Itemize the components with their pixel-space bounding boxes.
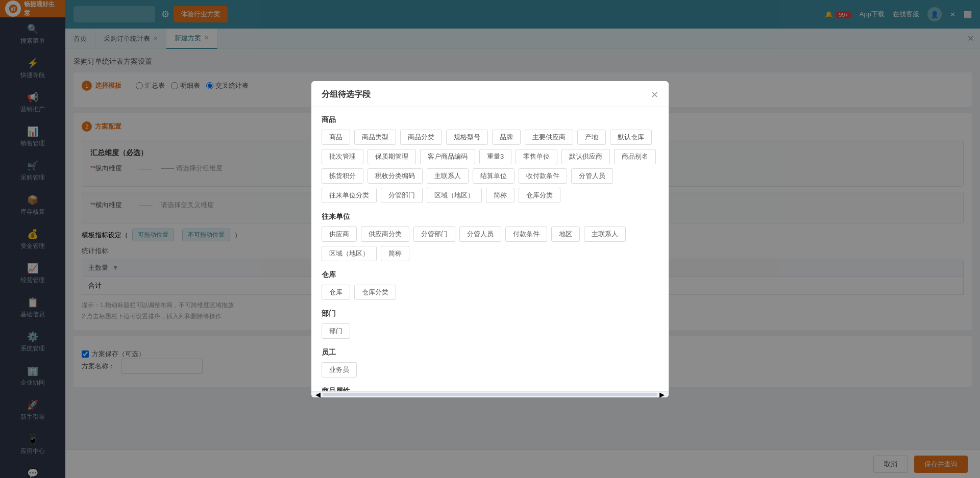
modal-tag-保质期管理[interactable]: 保质期管理 (368, 149, 416, 164)
modal-section-employee: 员工 业务员 (322, 348, 658, 378)
modal-tag-零售单位[interactable]: 零售单位 (516, 149, 557, 164)
modal-section-department: 部门 部门 (322, 309, 658, 339)
modal-tag-仓库[interactable]: 仓库 (322, 285, 350, 300)
modal-tag-区域（地区）[interactable]: 区域（地区） (427, 188, 482, 203)
modal-tag-默认仓库[interactable]: 默认仓库 (610, 130, 652, 145)
modal-tag-商品分类[interactable]: 商品分类 (400, 130, 442, 145)
modal-tag-规格型号[interactable]: 规格型号 (446, 130, 488, 145)
modal-section-partner: 往来单位 供应商供应商分类分管部门分管人员付款条件地区主联系人区域（地区）简称 (322, 212, 658, 261)
modal-tag-拣货积分[interactable]: 拣货积分 (322, 168, 363, 184)
modal-tag-简称[interactable]: 简称 (486, 188, 514, 203)
modal-tag-收付款条件[interactable]: 收付款条件 (519, 168, 567, 184)
modal-tags-warehouse: 仓库仓库分类 (322, 285, 658, 300)
modal-tag-品牌[interactable]: 品牌 (492, 130, 521, 145)
modal-tag-往来单位分类[interactable]: 往来单位分类 (322, 188, 377, 203)
modal-tags-product: 商品商品类型商品分类规格型号品牌主要供应商产地默认仓库批次管理保质期管理客户商品… (322, 130, 658, 203)
modal-tag-部门[interactable]: 部门 (322, 323, 350, 339)
modal-tags-department: 部门 (322, 323, 658, 339)
modal-tag-分管部门[interactable]: 分管部门 (413, 227, 455, 242)
modal-tag-商品类型[interactable]: 商品类型 (354, 130, 396, 145)
modal-title: 分组待选字段 (322, 89, 371, 100)
modal-tag-商品别名[interactable]: 商品别名 (614, 149, 656, 164)
modal-tag-产地[interactable]: 产地 (577, 130, 606, 145)
hscroll-left: ◀ (315, 391, 321, 398)
modal-tag-业务员[interactable]: 业务员 (322, 362, 357, 378)
modal-bottom-bar: ◀ ▶ (311, 391, 669, 397)
modal-tag-重量3[interactable]: 重量3 (479, 149, 511, 164)
modal-tag-分管人员[interactable]: 分管人员 (571, 168, 613, 184)
modal-tag-仓库分类[interactable]: 仓库分类 (354, 285, 396, 300)
modal-section-product-title: 商品 (322, 115, 658, 124)
modal-tag-主要供应商[interactable]: 主要供应商 (525, 130, 573, 145)
modal-tag-客户商品编码[interactable]: 客户商品编码 (420, 149, 475, 164)
modal-section-department-title: 部门 (322, 309, 658, 318)
modal-tag-分管人员[interactable]: 分管人员 (459, 227, 501, 242)
modal-tag-供应商分类[interactable]: 供应商分类 (361, 227, 409, 242)
modal-tag-默认供应商[interactable]: 默认供应商 (561, 149, 610, 164)
modal-tag-简称[interactable]: 简称 (381, 246, 409, 261)
modal-body: 商品 商品商品类型商品分类规格型号品牌主要供应商产地默认仓库批次管理保质期管理客… (311, 107, 669, 391)
modal-overlay: 分组待选字段 ✕ 商品 商品商品类型商品分类规格型号品牌主要供应商产地默认仓库批… (0, 0, 980, 478)
modal-tags-partner: 供应商供应商分类分管部门分管人员付款条件地区主联系人区域（地区）简称 (322, 227, 658, 261)
modal-tag-批次管理[interactable]: 批次管理 (322, 149, 363, 164)
modal-section-product-attr-title: 商品属性 (322, 387, 658, 391)
hscroll-right: ▶ (659, 391, 665, 398)
modal-tags-employee: 业务员 (322, 362, 658, 378)
modal-tag-地区[interactable]: 地区 (551, 227, 580, 242)
modal-tag-仓库分类[interactable]: 仓库分类 (519, 188, 560, 203)
modal-close-btn[interactable]: ✕ (651, 89, 658, 100)
modal-hscroll[interactable] (323, 393, 657, 396)
modal-tag-付款条件[interactable]: 付款条件 (505, 227, 547, 242)
modal-tag-结算单位[interactable]: 结算单位 (473, 168, 514, 184)
modal-tag-主联系人[interactable]: 主联系人 (584, 227, 626, 242)
modal-tag-供应商[interactable]: 供应商 (322, 227, 357, 242)
modal-section-warehouse-title: 仓库 (322, 270, 658, 280)
modal-dialog: 分组待选字段 ✕ 商品 商品商品类型商品分类规格型号品牌主要供应商产地默认仓库批… (311, 81, 669, 397)
modal-tag-区域（地区）[interactable]: 区域（地区） (322, 246, 377, 261)
modal-section-warehouse: 仓库 仓库仓库分类 (322, 270, 658, 300)
modal-section-product: 商品 商品商品类型商品分类规格型号品牌主要供应商产地默认仓库批次管理保质期管理客… (322, 115, 658, 203)
modal-tag-税收分类编码[interactable]: 税收分类编码 (368, 168, 423, 184)
modal-header: 分组待选字段 ✕ (311, 81, 669, 107)
modal-tag-商品[interactable]: 商品 (322, 130, 350, 145)
modal-section-partner-title: 往来单位 (322, 212, 658, 221)
modal-section-product-attr: 商品属性 属性颜色多规格尺码鞋码1 (322, 387, 658, 391)
modal-section-employee-title: 员工 (322, 348, 658, 357)
modal-tag-分管部门[interactable]: 分管部门 (381, 188, 423, 203)
modal-tag-主联系人[interactable]: 主联系人 (427, 168, 469, 184)
